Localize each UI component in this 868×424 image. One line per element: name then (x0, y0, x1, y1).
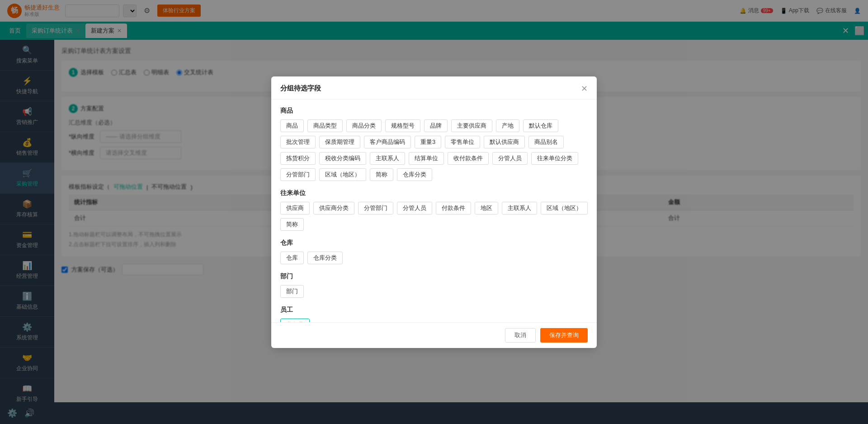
save-button[interactable]: 保存并查询 (540, 328, 588, 343)
field-tag[interactable]: 仓库分类 (397, 168, 432, 181)
field-tag[interactable]: 仓库 (280, 252, 304, 264)
field-group-仓库: 仓库仓库仓库分类 (280, 239, 588, 264)
field-tag[interactable]: 商品 (280, 119, 304, 132)
field-tag[interactable]: 商品别名 (528, 136, 564, 148)
field-tags: 供应商供应商分类分管部门分管人员付款条件地区主联系人区域（地区）简称 (280, 202, 588, 231)
field-tags: 仓库仓库分类 (280, 252, 588, 264)
field-tag[interactable]: 付款条件 (436, 202, 471, 214)
modal-overlay: 分组待选字段 ✕ 商品商品商品类型商品分类规格型号品牌主要供应商产地默认仓库批次… (0, 0, 868, 424)
field-tag[interactable]: 供应商 (280, 202, 310, 214)
field-group-商品: 商品商品商品类型商品分类规格型号品牌主要供应商产地默认仓库批次管理保质期管理客户… (280, 107, 588, 181)
field-tag[interactable]: 分管部门 (280, 168, 316, 181)
field-tag[interactable]: 简称 (370, 168, 393, 181)
field-tag[interactable]: 区域（地区） (541, 202, 588, 214)
modal-close-icon[interactable]: ✕ (581, 84, 588, 94)
modal-title: 分组待选字段 (280, 84, 321, 93)
field-tag[interactable]: 客户商品编码 (364, 136, 411, 148)
field-tag[interactable]: 收付款条件 (448, 152, 489, 165)
field-tag[interactable]: 部门 (280, 285, 304, 298)
field-tag[interactable]: 税收分类编码 (319, 152, 366, 165)
field-tag[interactable]: 规格型号 (385, 119, 420, 132)
field-tag[interactable]: 重量3 (415, 136, 441, 148)
modal-footer: 取消 保存并查询 (271, 322, 597, 348)
field-tag[interactable]: 默认仓库 (523, 119, 558, 132)
field-tag[interactable]: 产地 (496, 119, 519, 132)
field-tag[interactable]: 分管人员 (492, 152, 528, 165)
field-tag[interactable]: 往来单位分类 (531, 152, 578, 165)
field-tag[interactable]: 仓库分类 (307, 252, 343, 264)
modal-body: 商品商品商品类型商品分类规格型号品牌主要供应商产地默认仓库批次管理保质期管理客户… (271, 100, 597, 322)
field-tag[interactable]: 地区 (475, 202, 498, 214)
field-group-title: 部门 (280, 272, 588, 281)
field-tag[interactable]: 分管部门 (358, 202, 393, 214)
field-tag[interactable]: 区域（地区） (319, 168, 366, 181)
field-tags: 业务员 (280, 319, 588, 322)
field-tag[interactable]: 商品类型 (307, 119, 343, 132)
field-tag[interactable]: 分管人员 (397, 202, 432, 214)
field-tag[interactable]: 主联系人 (502, 202, 537, 214)
field-tag[interactable]: 零售单位 (445, 136, 480, 148)
field-group-title: 员工 (280, 306, 588, 314)
field-group-title: 往来单位 (280, 189, 588, 197)
field-group-往来单位: 往来单位供应商供应商分类分管部门分管人员付款条件地区主联系人区域（地区）简称 (280, 189, 588, 231)
field-tag[interactable]: 默认供应商 (484, 136, 525, 148)
field-group-部门: 部门部门 (280, 272, 588, 298)
field-tag[interactable]: 商品分类 (346, 119, 382, 132)
modal-dialog: 分组待选字段 ✕ 商品商品商品类型商品分类规格型号品牌主要供应商产地默认仓库批次… (271, 76, 597, 348)
modal-header: 分组待选字段 ✕ (271, 76, 597, 100)
field-tag[interactable]: 简称 (280, 218, 304, 231)
field-tag[interactable]: 拣货积分 (280, 152, 316, 165)
field-tags: 部门 (280, 285, 588, 298)
field-tag[interactable]: 主联系人 (370, 152, 405, 165)
field-tag[interactable]: 品牌 (424, 119, 448, 132)
cancel-button[interactable]: 取消 (505, 328, 536, 343)
field-group-title: 商品 (280, 107, 588, 115)
field-tag[interactable]: 保质期管理 (319, 136, 360, 148)
field-tag[interactable]: 主要供应商 (451, 119, 492, 132)
field-tag[interactable]: 供应商分类 (313, 202, 354, 214)
field-tag[interactable]: 业务员 (280, 319, 310, 322)
field-group-员工: 员工业务员 (280, 306, 588, 322)
field-tags: 商品商品类型商品分类规格型号品牌主要供应商产地默认仓库批次管理保质期管理客户商品… (280, 119, 588, 181)
field-group-title: 仓库 (280, 239, 588, 247)
field-tag[interactable]: 结算单位 (409, 152, 444, 165)
field-tag[interactable]: 批次管理 (280, 136, 316, 148)
